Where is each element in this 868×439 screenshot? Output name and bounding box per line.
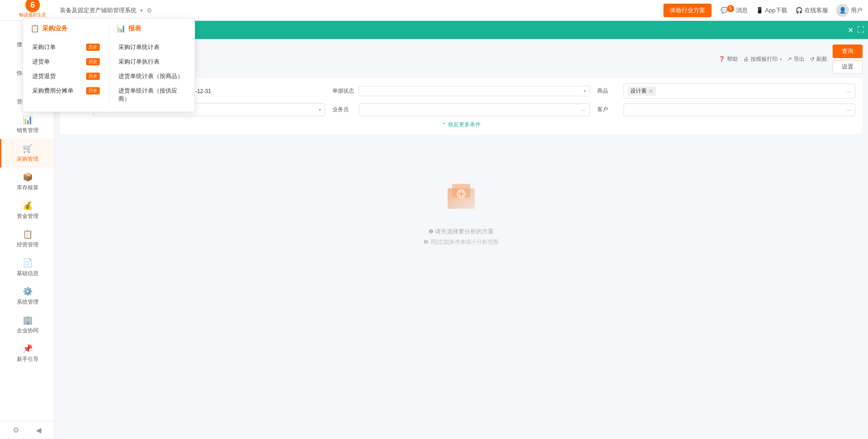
finance-icon: 💰 bbox=[23, 201, 33, 211]
bottom-collapse-icon[interactable]: ◀ bbox=[36, 426, 41, 434]
collapse-label: 收起更多条件 bbox=[448, 121, 481, 128]
report-column: 📊 报表 采购订单统计表 采购订单执行表 进货单统计表（按商品） 进货单统计表（… bbox=[109, 24, 195, 106]
report-header-label: 报表 bbox=[128, 25, 141, 33]
trial-button[interactable]: 体验行业方案 bbox=[663, 4, 712, 17]
dropdown-item-goods-return[interactable]: 进货退货 历史 bbox=[30, 69, 102, 84]
goods-tag-text: 设计素 bbox=[630, 87, 647, 95]
sidebar-item-inventory[interactable]: 📦 库存核算 bbox=[0, 168, 54, 196]
goods-receipt-label: 进货单 bbox=[32, 58, 50, 66]
customer-filter-label: 客户 bbox=[597, 106, 620, 113]
goods-return-history-badge: 历史 bbox=[86, 73, 100, 80]
dropdown-item-receipt-by-supplier[interactable]: 进货单统计表（按供应商） bbox=[117, 84, 188, 106]
app-download-item[interactable]: 📱 App下载 bbox=[756, 6, 787, 15]
dropdown-item-po-exec[interactable]: 采购订单执行表 bbox=[117, 54, 188, 69]
help-toolbar-item[interactable]: ❓ 帮助 bbox=[718, 55, 738, 63]
sidebar-item-newbie[interactable]: 📌 新手引导 bbox=[0, 339, 54, 368]
sidebar-item-label: 资金管理 bbox=[17, 212, 39, 220]
staff-filter-item: 业务员 ··· bbox=[332, 104, 590, 116]
sidebar-bottom: ⚙ ◀ bbox=[0, 421, 54, 439]
sidebar-item-enterprise[interactable]: 🏢 企业协同 bbox=[0, 311, 54, 339]
sales-icon: 📊 bbox=[23, 115, 33, 125]
staff-filter-label: 业务员 bbox=[332, 106, 355, 113]
phone-icon: 📱 bbox=[756, 7, 763, 14]
user-label: 用户 bbox=[851, 6, 863, 15]
avatar: 👤 bbox=[836, 4, 849, 17]
operations-icon: 📋 bbox=[23, 229, 33, 239]
purchase-icon: 🛒 bbox=[23, 143, 33, 153]
sidebar-item-purchase[interactable]: 🛒 采购管理 bbox=[0, 139, 54, 168]
tab-minimize-icon[interactable]: ✕ bbox=[848, 26, 853, 35]
staff-more-icon: ··· bbox=[581, 106, 586, 113]
sidebar-item-label: 企业协同 bbox=[17, 327, 39, 335]
export-icon: ↗ bbox=[787, 56, 792, 62]
message-item[interactable]: 💬 5 消息 bbox=[721, 6, 748, 15]
sidebar-item-label: 销售管理 bbox=[17, 127, 39, 134]
status-arrow-icon: ▾ bbox=[584, 89, 586, 94]
goods-filter-control[interactable]: 设计素 ✕ ··· bbox=[624, 84, 855, 99]
headset-icon: 🎧 bbox=[795, 7, 803, 14]
message-badge: 5 bbox=[727, 5, 734, 12]
goods-tag-close[interactable]: ✕ bbox=[649, 88, 653, 94]
report-header-icon: 📊 bbox=[117, 24, 126, 33]
purchase-business-header: 📋 采购业务 bbox=[30, 24, 102, 35]
system-dropdown-arrow[interactable]: ▾ bbox=[140, 7, 143, 14]
settings-button[interactable]: 设置 bbox=[833, 60, 863, 74]
status-filter-label: 单据状态 bbox=[332, 87, 355, 95]
dropdown-item-receipt-by-goods[interactable]: 进货单统计表（按商品） bbox=[117, 69, 188, 84]
rank-arrow-icon: ▾ bbox=[319, 107, 321, 112]
inventory-icon: 📦 bbox=[23, 172, 33, 182]
purchase-header-label: 采购业务 bbox=[42, 25, 68, 33]
status-filter-control[interactable]: ▾ bbox=[359, 86, 590, 96]
customer-more-icon: ··· bbox=[846, 106, 851, 113]
staff-filter-control[interactable]: ··· bbox=[359, 104, 590, 116]
sidebar-item-operations[interactable]: 📋 经营管理 bbox=[0, 225, 54, 253]
goods-return-label: 进货退货 bbox=[32, 72, 56, 80]
settings-icon[interactable]: ⚙ bbox=[146, 7, 152, 14]
empty-illustration bbox=[439, 175, 484, 220]
purchase-order-label: 采购订单 bbox=[32, 43, 56, 51]
collapse-button[interactable]: ⌃ 收起更多条件 bbox=[67, 121, 855, 128]
print-dropdown-icon: ▾ bbox=[780, 57, 782, 62]
sidebar-item-baseinfo[interactable]: 📄 基础信息 bbox=[0, 253, 54, 282]
logo-icon: 6 bbox=[25, 0, 40, 12]
customer-filter-control[interactable]: ··· bbox=[624, 104, 855, 116]
query-button[interactable]: 查询 bbox=[833, 44, 863, 58]
sidebar-item-sales[interactable]: 📊 销售管理 bbox=[0, 110, 54, 139]
sidebar-item-label: 系统管理 bbox=[17, 298, 39, 306]
purchase-header-icon: 📋 bbox=[30, 24, 39, 33]
refresh-icon: ↺ bbox=[810, 56, 814, 62]
print-label: 按模板打印 bbox=[751, 55, 778, 63]
customer-filter-item: 客户 ··· bbox=[597, 104, 855, 116]
goods-filter-item: 商品 设计素 ✕ ··· bbox=[597, 84, 855, 99]
dropdown-item-purchase-expense[interactable]: 采购费用分摊单 历史 bbox=[30, 84, 102, 98]
empty-hint2: ❷ 用[过滤]条件来缩小分析范围 bbox=[424, 238, 498, 246]
dropdown-item-goods-receipt[interactable]: 进货单 历史 bbox=[30, 54, 102, 69]
online-service-item[interactable]: 🎧 在线客服 bbox=[795, 6, 828, 15]
sidebar-item-finance[interactable]: 💰 资金管理 bbox=[0, 196, 54, 225]
po-exec-label: 采购订单执行表 bbox=[118, 58, 160, 66]
help-label: 帮助 bbox=[727, 55, 738, 63]
sidebar-item-label: 库存核算 bbox=[17, 184, 39, 192]
tab-expand-icon[interactable]: ⛶ bbox=[857, 26, 864, 34]
enterprise-icon: 🏢 bbox=[23, 315, 33, 325]
dropdown-item-purchase-order[interactable]: 采购订单 历史 bbox=[30, 40, 102, 54]
goods-tag: 设计素 ✕ bbox=[628, 86, 656, 96]
sidebar-item-label: 采购管理 bbox=[17, 155, 39, 163]
goods-more-icon[interactable]: ··· bbox=[846, 88, 851, 95]
empty-state: ❶ 请先选择要分析的方案 ❷ 用[过滤]条件来缩小分析范围 bbox=[60, 138, 863, 282]
print-toolbar-item[interactable]: 🖨 按模板打印 ▾ bbox=[743, 55, 782, 63]
empty-hint1: ❶ 请先选择要分析的方案 bbox=[429, 227, 494, 236]
app-download-label: App下载 bbox=[765, 6, 787, 15]
user-item[interactable]: 👤 用户 bbox=[836, 4, 863, 17]
purchase-business-column: 📋 采购业务 采购订单 历史 进货单 历史 进货退货 历史 采购费用分摊单 历史 bbox=[23, 24, 109, 106]
purchase-order-history-badge: 历史 bbox=[86, 44, 100, 51]
purchase-dropdown-menu: 📋 采购业务 采购订单 历史 进货单 历史 进货退货 历史 采购费用分摊单 历史… bbox=[23, 18, 195, 112]
report-header: 📊 报表 bbox=[117, 24, 188, 35]
export-toolbar-item[interactable]: ↗ 导出 bbox=[787, 55, 805, 63]
sidebar-item-system[interactable]: ⚙️ 系统管理 bbox=[0, 282, 54, 311]
refresh-toolbar-item[interactable]: ↺ 刷新 bbox=[810, 55, 827, 63]
dropdown-item-po-stats[interactable]: 采购订单统计表 bbox=[117, 40, 188, 54]
bottom-settings-icon[interactable]: ⚙ bbox=[13, 426, 19, 434]
system-name: 装备及固定资产辅助管理系统 bbox=[60, 6, 137, 15]
system-title-area: 装备及固定资产辅助管理系统 ▾ ⚙ bbox=[60, 6, 663, 15]
